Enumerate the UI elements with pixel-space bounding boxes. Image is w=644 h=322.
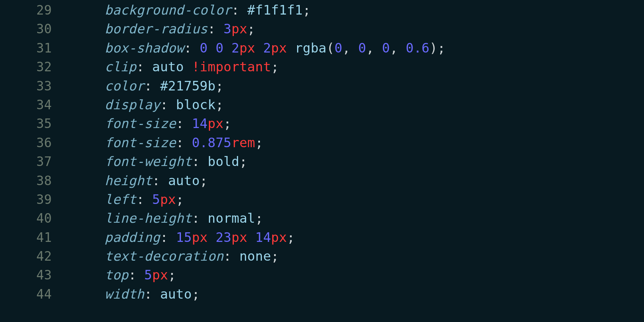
css-unit: px xyxy=(239,40,255,56)
punctuation: ; xyxy=(255,135,263,150)
number-literal: 14 xyxy=(192,116,207,131)
number-literal: 5 xyxy=(152,192,160,207)
space xyxy=(287,40,295,56)
punctuation: ; xyxy=(303,2,311,18)
number-literal: 0.6 xyxy=(406,40,430,56)
punctuation: ; xyxy=(176,192,184,207)
line-number: 43 xyxy=(0,268,67,283)
code-content[interactable]: font-size: 14px; xyxy=(67,116,232,131)
punctuation: : xyxy=(160,97,176,112)
code-content[interactable]: font-size: 0.875rem; xyxy=(67,135,263,150)
code-line[interactable]: 34display: block; xyxy=(0,97,644,116)
css-unit: px xyxy=(271,40,287,56)
punctuation: , xyxy=(342,40,358,56)
number-literal: 0 xyxy=(200,40,208,56)
punctuation: ; xyxy=(223,116,232,131)
code-content[interactable]: display: block; xyxy=(67,97,223,112)
code-line[interactable]: 32clip: auto !important; xyxy=(0,59,644,78)
space xyxy=(208,40,216,56)
important-keyword: !important xyxy=(192,59,271,74)
code-content[interactable]: text-decoration: none; xyxy=(67,248,279,264)
punctuation: ; xyxy=(215,97,223,112)
code-line[interactable]: 37font-weight: bold; xyxy=(0,154,644,172)
line-number: 38 xyxy=(0,173,67,188)
css-property: width xyxy=(105,286,144,302)
code-content[interactable]: line-height: normal; xyxy=(67,210,263,226)
code-line[interactable]: 33color: #21759b; xyxy=(0,78,644,97)
punctuation: : xyxy=(192,154,207,169)
code-editor[interactable]: 29background-color: #f1f1f1;30border-rad… xyxy=(0,0,644,322)
code-content[interactable]: left: 5px; xyxy=(67,192,184,207)
number-literal: 0 xyxy=(382,40,390,56)
code-content[interactable]: top: 5px; xyxy=(67,267,176,283)
css-keyword: auto xyxy=(168,173,200,188)
code-content[interactable]: box-shadow: 0 0 2px 2px rgba(0, 0, 0, 0.… xyxy=(67,40,445,56)
css-unit: px xyxy=(232,21,247,36)
code-line[interactable]: 35font-size: 14px; xyxy=(0,116,644,135)
code-content[interactable]: clip: auto !important; xyxy=(67,59,279,74)
number-literal: 15 xyxy=(176,230,192,245)
css-property: line-height xyxy=(105,210,192,226)
code-line[interactable]: 36font-size: 0.875rem; xyxy=(0,135,644,154)
code-line[interactable]: 38height: auto; xyxy=(0,173,644,192)
css-property: top xyxy=(105,267,128,283)
css-property: height xyxy=(105,173,152,188)
punctuation: ; xyxy=(200,173,208,188)
css-unit: px xyxy=(271,230,287,245)
code-content[interactable]: width: auto; xyxy=(67,286,200,302)
punctuation: : xyxy=(184,40,200,56)
css-property: display xyxy=(105,97,160,112)
space xyxy=(247,230,255,245)
css-property: padding xyxy=(105,230,160,245)
code-content[interactable]: font-weight: bold; xyxy=(67,154,247,169)
space xyxy=(184,59,192,74)
line-number: 33 xyxy=(0,79,67,94)
punctuation: : xyxy=(160,230,176,245)
code-content[interactable]: color: #21759b; xyxy=(67,78,223,94)
punctuation: : xyxy=(192,210,207,226)
code-content[interactable]: height: auto; xyxy=(67,173,208,188)
code-line[interactable]: 41padding: 15px 23px 14px; xyxy=(0,230,644,248)
number-literal: 14 xyxy=(255,230,271,245)
punctuation: : xyxy=(136,59,152,74)
code-line[interactable]: 40line-height: normal; xyxy=(0,210,644,229)
code-content[interactable]: padding: 15px 23px 14px; xyxy=(67,230,295,245)
code-line[interactable]: 31box-shadow: 0 0 2px 2px rgba(0, 0, 0, … xyxy=(0,40,644,59)
code-content[interactable]: border-radius: 3px; xyxy=(67,21,255,36)
code-line[interactable]: 43top: 5px; xyxy=(0,267,644,286)
line-number: 29 xyxy=(0,3,67,18)
code-line[interactable]: 44width: auto; xyxy=(0,286,644,305)
code-line[interactable]: 39left: 5px; xyxy=(0,192,644,210)
line-number: 39 xyxy=(0,192,67,207)
number-literal: 23 xyxy=(215,230,231,245)
punctuation: ; xyxy=(255,210,263,226)
number-literal: 2 xyxy=(232,40,240,56)
punctuation: : xyxy=(144,286,160,302)
space xyxy=(255,40,263,56)
number-literal: 0 xyxy=(334,40,342,56)
line-number: 36 xyxy=(0,135,67,150)
code-content[interactable]: background-color: #f1f1f1; xyxy=(67,2,310,18)
punctuation: : xyxy=(223,248,239,264)
punctuation: ; xyxy=(287,230,295,245)
css-function: rgba xyxy=(295,40,327,56)
code-line[interactable]: 30border-radius: 3px; xyxy=(0,21,644,40)
css-keyword: auto xyxy=(160,286,192,302)
css-keyword: auto xyxy=(152,59,184,74)
line-number: 37 xyxy=(0,154,67,169)
code-line[interactable]: 42text-decoration: none; xyxy=(0,248,644,267)
code-line[interactable]: 29background-color: #f1f1f1; xyxy=(0,2,644,21)
punctuation: : xyxy=(136,192,152,207)
css-property: text-decoration xyxy=(105,248,223,264)
punctuation: : xyxy=(144,78,160,94)
punctuation: ; xyxy=(437,40,445,56)
punctuation: ; xyxy=(239,154,247,169)
css-property: border-radius xyxy=(105,21,208,36)
css-unit: px xyxy=(152,267,168,283)
punctuation: , xyxy=(366,40,382,56)
css-unit: px xyxy=(232,230,247,245)
line-number: 35 xyxy=(0,116,67,131)
css-property: box-shadow xyxy=(105,40,184,56)
line-number: 30 xyxy=(0,21,67,36)
css-unit: px xyxy=(208,116,223,131)
